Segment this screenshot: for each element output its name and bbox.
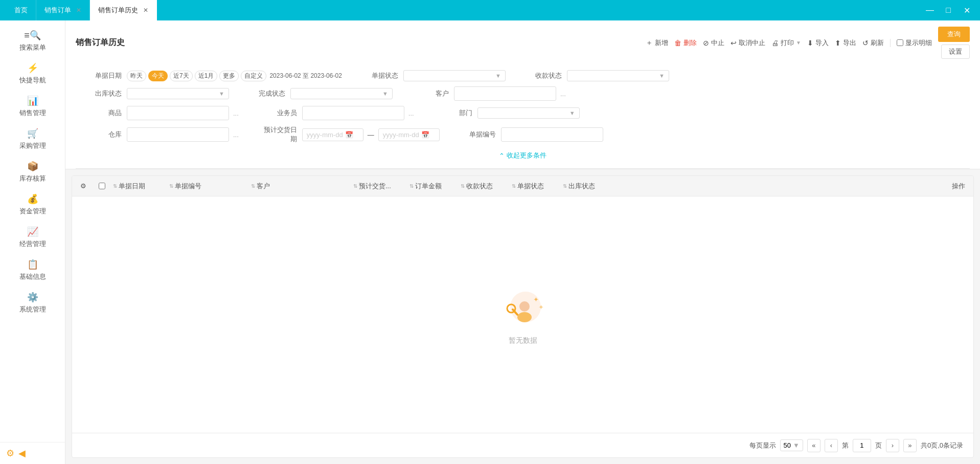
pagination-bar: 每页显示 50 ▼ « ‹ 第 页 › » 共0页,0条记录	[72, 433, 973, 457]
expected-date-from-text: yyyy-mm-dd	[307, 131, 343, 139]
tab-sales-order[interactable]: 销售订单 ✕	[36, 0, 90, 20]
sidebar-item-purchase-mgmt[interactable]: 🛒 采购管理	[0, 123, 65, 156]
table-area: ⚙ ⇅ 单据日期 ⇅ 单据编号 ⇅ 客户	[72, 175, 974, 458]
date-btn-1month[interactable]: 近1月	[195, 71, 218, 81]
date-btn-yesterday[interactable]: 昨天	[127, 71, 146, 81]
bill-number-input[interactable]	[501, 127, 603, 142]
date-range-text: 2023-06-02 至 2023-06-02	[269, 72, 341, 80]
th-bill-date-label: 单据日期	[119, 182, 145, 191]
toolbar: ＋ 新增 🗑 删除 ⊘ 中止 ↩ 取消中止	[646, 27, 970, 59]
goods-ellipsis-btn[interactable]: ...	[231, 109, 241, 117]
cancel-stop-icon: ↩	[731, 39, 737, 47]
th-delivery-label: 预计交货...	[359, 182, 391, 191]
display-detail-checkbox[interactable]	[897, 39, 903, 46]
settings-button[interactable]: 设置	[941, 45, 970, 59]
date-btn-more[interactable]: 更多	[219, 71, 239, 81]
th-outstock[interactable]: ⇅ 出库状态	[559, 182, 610, 191]
next-page-button[interactable]: ›	[886, 439, 899, 452]
th-bill-number[interactable]: ⇅ 单据编号	[165, 182, 247, 191]
th-checkbox[interactable]	[95, 183, 109, 189]
tab-home-label: 首页	[14, 6, 28, 15]
salesperson-input[interactable]	[302, 106, 404, 120]
sidebar-item-system[interactable]: ⚙️ 系统管理	[0, 286, 65, 319]
empty-svg: ✦ ✦	[500, 284, 551, 335]
svg-text:✦: ✦	[533, 296, 539, 303]
date-btn-custom[interactable]: 自定义	[241, 71, 266, 81]
warehouse-ellipsis-btn[interactable]: ...	[231, 131, 241, 139]
department-arrow-icon: ▼	[569, 110, 575, 116]
expected-date-label: 预计交货日期	[261, 125, 302, 144]
display-detail-wrap: 显示明细	[897, 38, 932, 48]
th-amount[interactable]: ⇅ 订单金额	[405, 182, 457, 191]
sidebar-item-quick-nav[interactable]: ⚡ 快捷导航	[0, 57, 65, 90]
th-payment-label: 收款状态	[466, 182, 493, 191]
tab-sales-order-history[interactable]: 销售订单历史 ✕	[90, 0, 157, 20]
basic-info-icon: 📋	[27, 259, 38, 270]
bill-status-arrow-icon: ▼	[495, 73, 501, 79]
sidebar-item-basic-info[interactable]: 📋 基础信息	[0, 254, 65, 286]
tab-home[interactable]: 首页	[6, 0, 36, 20]
salesperson-label: 业务员	[261, 108, 302, 118]
window-minimize-icon[interactable]: —	[923, 3, 937, 17]
expected-date-to-input[interactable]: yyyy-mm-dd 📅	[378, 128, 440, 141]
customer-ellipsis-btn[interactable]: ...	[558, 90, 568, 98]
th-settings[interactable]: ⚙	[76, 182, 95, 190]
sidebar-item-sales-mgmt-label: 销售管理	[19, 108, 46, 118]
warehouse-input[interactable]	[127, 127, 229, 142]
window-maximize-icon[interactable]: □	[941, 3, 955, 17]
import-label: 导入	[815, 38, 829, 48]
date-btn-7days[interactable]: 近7天	[170, 71, 193, 81]
tab-sales-order-history-label: 销售订单历史	[98, 6, 138, 15]
date-quick-btn-group: 昨天 今天 近7天 近1月 更多 自定义 2023-06-02 至 2023-0…	[127, 71, 342, 81]
th-bill-date[interactable]: ⇅ 单据日期	[109, 182, 165, 191]
sidebar-item-system-label: 系统管理	[19, 305, 46, 314]
print-button[interactable]: 🖨 打印 ▼	[771, 38, 801, 48]
close-sales-order-tab[interactable]: ✕	[76, 7, 81, 14]
close-sales-order-history-tab[interactable]: ✕	[143, 7, 148, 14]
prev-page-button[interactable]: ‹	[825, 439, 838, 452]
sidebar-item-operation[interactable]: 📈 经营管理	[0, 221, 65, 254]
sidebar-bottom: ⚙ ◀	[0, 442, 65, 464]
refresh-icon: ↺	[862, 39, 869, 47]
last-page-button[interactable]: »	[903, 439, 917, 452]
sidebar-item-inventory[interactable]: 📦 库存核算	[0, 156, 65, 188]
sidebar-item-sales-mgmt[interactable]: 📊 销售管理	[0, 90, 65, 123]
th-customer[interactable]: ⇅ 客户	[247, 182, 349, 191]
page-size-select[interactable]: 50 ▼	[780, 439, 803, 451]
collapse-bar[interactable]: ⌃ 收起更多条件	[86, 149, 960, 162]
first-page-button[interactable]: «	[807, 439, 821, 452]
cancel-stop-button[interactable]: ↩ 取消中止	[731, 38, 765, 48]
query-button[interactable]: 查询	[938, 27, 970, 42]
page-number-input[interactable]	[853, 439, 871, 452]
import-button[interactable]: ⬇ 导入	[807, 38, 829, 48]
outstock-status-select[interactable]: ▼	[127, 88, 229, 99]
th-delivery[interactable]: ⇅ 预计交货...	[349, 182, 405, 191]
export-button[interactable]: ⬆ 导出	[835, 38, 856, 48]
window-close-icon[interactable]: ✕	[960, 3, 974, 17]
refresh-button[interactable]: ↺ 刷新	[862, 38, 884, 48]
sidebar: ≡🔍 搜索菜单 ⚡ 快捷导航 📊 销售管理 🛒 采购管理 📦 库存核算 💰 资金…	[0, 20, 65, 464]
sales-mgmt-icon: 📊	[27, 95, 38, 106]
receipt-status-arrow-icon: ▼	[659, 73, 665, 79]
sidebar-settings-icon[interactable]: ⚙	[6, 448, 14, 459]
bill-status-select[interactable]: ▼	[403, 70, 506, 81]
salesperson-ellipsis-btn[interactable]: ...	[406, 109, 416, 117]
th-payment[interactable]: ⇅ 收款状态	[457, 182, 508, 191]
receipt-status-select[interactable]: ▼	[567, 70, 669, 81]
complete-status-select[interactable]: ▼	[290, 88, 393, 99]
th-bill-status[interactable]: ⇅ 单据状态	[508, 182, 559, 191]
sidebar-item-capital[interactable]: 💰 资金管理	[0, 188, 65, 221]
new-button[interactable]: ＋ 新增	[646, 38, 668, 48]
empty-illustration: ✦ ✦	[500, 284, 546, 330]
delete-button[interactable]: 🗑 删除	[674, 38, 697, 48]
expected-date-from-input[interactable]: yyyy-mm-dd 📅	[302, 128, 363, 141]
sidebar-item-search-menu[interactable]: ≡🔍 搜索菜单	[0, 25, 65, 57]
goods-input[interactable]	[127, 106, 229, 120]
sidebar-collapse-icon[interactable]: ◀	[18, 448, 26, 459]
page-header: 销售订单历史 ＋ 新增 🗑 删除 ⊘ 中止	[65, 20, 980, 169]
select-all-checkbox[interactable]	[99, 183, 105, 189]
customer-input[interactable]	[454, 86, 556, 101]
date-btn-today[interactable]: 今天	[148, 71, 168, 81]
department-select[interactable]: ▼	[477, 107, 580, 119]
stop-button[interactable]: ⊘ 中止	[703, 38, 724, 48]
